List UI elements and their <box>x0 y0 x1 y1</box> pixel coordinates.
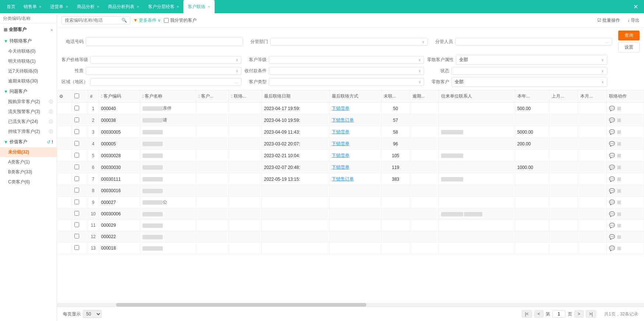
first-page-button[interactable]: |< <box>522 310 532 318</box>
grid-action-icon[interactable]: ⊞ <box>617 234 621 240</box>
chat-icon[interactable]: 💬 <box>609 129 615 135</box>
grid-action-icon[interactable]: ⊞ <box>617 246 621 251</box>
row-checkbox[interactable] <box>74 211 79 216</box>
chat-icon[interactable]: 💬 <box>609 234 615 240</box>
refresh-icon[interactable]: ↺ <box>47 140 50 145</box>
grid-action-icon[interactable]: ⊞ <box>617 153 621 158</box>
nav-tab-analysis[interactable]: 商品分析 × <box>73 0 103 13</box>
sidebar-item-declining[interactable]: 持续下滑客户(2) ⓘ <box>0 127 57 137</box>
close-tab-analysis[interactable]: × <box>97 4 99 9</box>
customertype-select[interactable]: ∨ <box>269 78 425 86</box>
contact-method-link[interactable]: 下销货单 <box>332 141 349 146</box>
row-checkbox[interactable] <box>74 200 79 204</box>
batch-operation-button[interactable]: ☑ 批量操作 <box>597 17 620 24</box>
grid-action-icon[interactable]: ⊞ <box>617 200 621 205</box>
more-filter-button[interactable]: ▼ 更多条件 ∨ <box>133 17 161 24</box>
prev-page-button[interactable]: < <box>534 310 543 318</box>
row-checkbox[interactable] <box>74 234 79 239</box>
grid-action-icon[interactable]: ⊞ <box>617 129 621 135</box>
close-tab-analysis-list[interactable]: × <box>137 4 139 9</box>
sidebar-item-tomorrow[interactable]: 明天待联络(1) <box>0 56 57 66</box>
page-number-input[interactable] <box>552 310 566 318</box>
window-close-button[interactable]: ✕ <box>630 3 641 10</box>
row-checkbox[interactable] <box>74 222 79 227</box>
chat-icon[interactable]: 💬 <box>609 141 615 147</box>
next-page-button[interactable]: > <box>574 310 584 318</box>
row-checkbox[interactable] <box>74 129 79 134</box>
row-checkbox[interactable] <box>74 188 79 193</box>
sidebar-item-class-c[interactable]: C类客户(6) <box>0 177 57 187</box>
contact-method-link[interactable]: 下销货单 <box>332 165 349 170</box>
close-tab-sales[interactable]: × <box>39 4 41 9</box>
dept-select[interactable]: ∨ <box>270 38 427 46</box>
pricelevel-select[interactable]: ∨ <box>90 56 242 64</box>
last-page-button[interactable]: >| <box>586 310 596 318</box>
chat-icon[interactable]: 💬 <box>609 165 615 170</box>
grid-action-icon[interactable]: ⊞ <box>617 117 621 123</box>
sidebar-item-class-a[interactable]: A类客户(1) <box>0 157 57 167</box>
row-checkbox[interactable] <box>74 153 79 158</box>
contact-method-link[interactable]: 下销货单 <box>332 106 349 111</box>
query-button[interactable]: 查询 <box>618 31 640 40</box>
nature-select[interactable]: ∨ <box>86 67 242 75</box>
close-tab-customer-contact[interactable]: × <box>208 4 210 9</box>
sidebar-search-input[interactable] <box>3 16 57 21</box>
chat-icon[interactable]: 💬 <box>609 211 615 217</box>
sidebar-item-churned[interactable]: 已流失客户(24) ⓘ <box>0 117 57 127</box>
grid-action-icon[interactable]: ⊞ <box>617 106 621 111</box>
retail-select[interactable]: 全部 ∨ <box>451 77 607 87</box>
grid-action-icon[interactable]: ⊞ <box>617 188 621 194</box>
chat-icon[interactable]: 💬 <box>609 223 615 228</box>
sidebar-item-today[interactable]: 今天待联络(0) <box>0 46 57 56</box>
scrollbar-thumb[interactable] <box>116 303 366 307</box>
contact-method-link[interactable]: 下销货单 <box>332 153 349 158</box>
nav-tab-analysis-list[interactable]: 商品分析列表 × <box>103 0 143 13</box>
row-checkbox[interactable] <box>74 141 79 146</box>
export-button[interactable]: ↓ 导出 <box>627 17 640 24</box>
main-search-icon[interactable]: 🔍 <box>122 18 127 23</box>
row-checkbox[interactable] <box>74 245 79 250</box>
collapse-icon[interactable]: « <box>50 27 53 32</box>
close-tab-customer-tier[interactable]: × <box>177 4 179 9</box>
grid-action-icon[interactable]: ⊞ <box>617 141 621 147</box>
grid-action-icon[interactable]: ⊞ <box>617 165 621 170</box>
row-checkbox[interactable] <box>74 106 79 110</box>
gear-col[interactable]: ⚙ <box>57 90 72 103</box>
status-select[interactable]: ∨ <box>451 67 607 75</box>
chat-icon[interactable]: 💬 <box>609 176 615 182</box>
horizontal-scrollbar[interactable] <box>57 303 644 307</box>
sidebar-item-overdue[interactable]: 逾期未联络(30) <box>0 76 57 86</box>
nav-home[interactable]: 首页 <box>3 0 19 13</box>
contact-method-link[interactable]: 下销售订单 <box>332 176 354 181</box>
staff-select[interactable]: … <box>455 38 612 46</box>
nav-tab-purchase[interactable]: 进货单 × <box>46 0 72 13</box>
select-all-checkbox[interactable] <box>74 94 79 98</box>
grid-action-icon[interactable]: ⊞ <box>617 223 621 228</box>
grid-action-icon[interactable]: ⊞ <box>617 211 621 217</box>
phone-input[interactable] <box>86 37 243 46</box>
chat-icon[interactable]: 💬 <box>609 188 615 194</box>
sidebar-item-class-b[interactable]: B类客户(33) <box>0 167 57 177</box>
my-customers-checkbox[interactable]: 我分管的客户 <box>164 17 197 24</box>
close-tab-purchase[interactable]: × <box>66 4 68 9</box>
contact-method-link[interactable]: 下销货单 <box>332 129 349 134</box>
sidebar-group-value[interactable]: ▼ 价值客户 ↺ ! <box>0 137 57 147</box>
per-page-select[interactable]: 50 20 100 <box>83 310 102 318</box>
payment-select[interactable]: ∨ <box>269 67 425 75</box>
my-customers-check[interactable] <box>164 18 169 23</box>
chat-icon[interactable]: 💬 <box>609 153 615 158</box>
gear-icon[interactable]: ⚙ <box>59 94 63 99</box>
grid-action-icon[interactable]: ⊞ <box>617 176 621 182</box>
nav-tab-customer-tier[interactable]: 客户分层经客 × <box>144 0 183 13</box>
chat-icon[interactable]: 💬 <box>609 246 615 251</box>
level-select[interactable]: ∨ <box>269 56 425 64</box>
sidebar-item-churn-warning[interactable]: 流失预警客户(3) ⓘ <box>0 107 57 117</box>
sidebar-item-7days[interactable]: 近7天待联络(0) <box>0 66 57 76</box>
contact-method-link[interactable]: 下销售订单 <box>332 117 354 123</box>
row-checkbox[interactable] <box>74 165 79 169</box>
sidebar-group-problem[interactable]: ▼ 问题客户 <box>0 86 57 97</box>
retail-attr-select[interactable]: 全部 ∨ <box>456 55 607 65</box>
sidebar-group-pending[interactable]: ▼ 待联络客户 <box>0 36 57 46</box>
nav-tab-customer-contact[interactable]: 客户联络 × <box>183 0 214 13</box>
chat-icon[interactable]: 💬 <box>609 106 615 111</box>
